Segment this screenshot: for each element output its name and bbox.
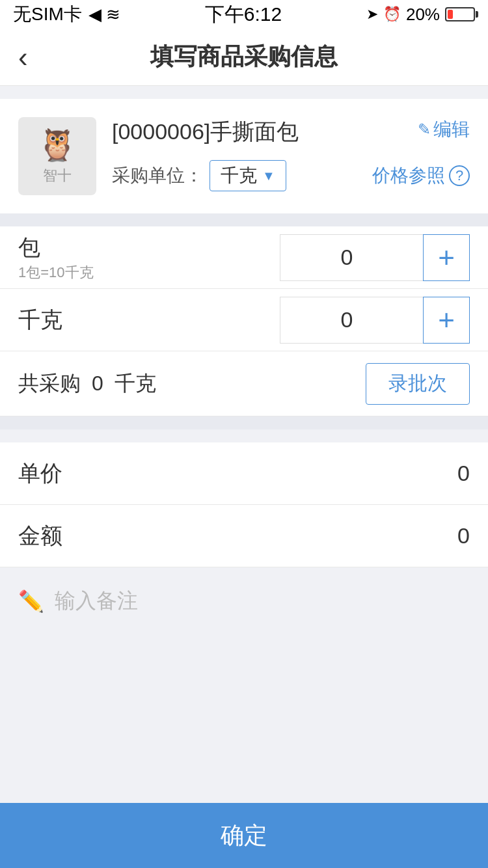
bag-label-group: 包 1包=10千克 (18, 233, 96, 282)
amount-row: 金额 0 (0, 505, 488, 567)
kg-plus-button[interactable]: + (423, 297, 470, 344)
status-bar: 无SIM卡 ◀ ≋ 下午6:12 ➤ ⏰ 20% (0, 0, 488, 29)
bag-sub-label: 1包=10千克 (18, 263, 96, 282)
unit-price-value: 0 (457, 461, 470, 486)
owl-text: 智十 (43, 166, 72, 185)
sim-label: 无SIM卡 (13, 2, 82, 27)
kg-plus-icon: + (438, 304, 455, 336)
price-reference-button[interactable]: 价格参照 ? (372, 163, 470, 188)
summary-prefix: 共采购 (18, 372, 81, 395)
battery-percent: 20% (406, 5, 440, 25)
amount-label: 金额 (18, 521, 62, 551)
kg-input-wrapper: + (280, 297, 470, 344)
status-right: ➤ ⏰ 20% (366, 5, 475, 25)
page-title: 填写商品采购信息 (150, 41, 338, 73)
nav-bar: ‹ 填写商品采购信息 (0, 29, 488, 86)
kg-quantity-input[interactable] (280, 297, 423, 344)
unit-price-label: 单价 (18, 459, 62, 489)
unit-select[interactable]: 千克 ▼ (210, 160, 286, 191)
amount-value: 0 (457, 523, 470, 549)
edit-button[interactable]: ✎ 编辑 (418, 117, 470, 142)
confirm-button[interactable]: 确定 (0, 803, 488, 868)
status-time: 下午6:12 (205, 1, 282, 28)
product-name: [0000006]手撕面包 (112, 117, 299, 147)
bag-input-row: 包 1包=10千克 + (0, 226, 488, 289)
back-button[interactable]: ‹ (18, 43, 28, 72)
bag-input-wrapper: + (280, 234, 470, 281)
help-icon: ? (449, 165, 470, 186)
unit-price-row: 单价 0 (0, 442, 488, 505)
divider-1 (0, 213, 488, 226)
notes-placeholder: 输入备注 (55, 587, 138, 616)
summary-text-group: 共采购 0 千克 (18, 370, 156, 398)
wifi-icon: ◀ ≋ (88, 5, 120, 25)
batch-button[interactable]: 录批次 (366, 363, 470, 405)
price-section: 单价 0 金额 0 (0, 442, 488, 567)
kg-label: 千克 (18, 305, 96, 335)
location-icon: ➤ (366, 6, 378, 23)
kg-label-group: 千克 (18, 305, 96, 335)
edit-label: 编辑 (433, 117, 470, 142)
product-unit-row: 采购单位： 千克 ▼ 价格参照 ? (112, 160, 470, 191)
price-ref-label: 价格参照 (372, 163, 445, 188)
summary-amount: 0 (92, 372, 103, 395)
dropdown-icon: ▼ (262, 169, 275, 183)
status-left: 无SIM卡 ◀ ≋ (13, 2, 120, 27)
batch-label: 录批次 (388, 370, 447, 397)
unit-label: 采购单位： (112, 163, 203, 188)
kg-input-row: 千克 + (0, 289, 488, 351)
divider-2 (0, 416, 488, 429)
product-card: 🦉 智十 [0000006]手撕面包 ✎ 编辑 采购单位： 千克 ▼ (0, 99, 488, 213)
bag-label: 包 (18, 233, 96, 263)
product-header: [0000006]手撕面包 ✎ 编辑 (112, 117, 470, 147)
bag-plus-button[interactable]: + (423, 234, 470, 281)
input-section: 包 1包=10千克 + 千克 + (0, 226, 488, 416)
product-image: 🦉 智十 (18, 117, 96, 195)
summary-unit: 千克 (115, 372, 156, 395)
pencil-icon: ✏️ (18, 589, 44, 614)
edit-icon: ✎ (418, 120, 431, 139)
owl-icon: 🦉 (38, 127, 77, 163)
summary-row: 共采购 0 千克 录批次 (0, 351, 488, 416)
bag-quantity-input[interactable] (280, 234, 423, 281)
product-info: [0000006]手撕面包 ✎ 编辑 采购单位： 千克 ▼ 价格参照 ? (112, 117, 470, 191)
notes-section[interactable]: ✏️ 输入备注 (0, 569, 488, 634)
unit-selector-group: 采购单位： 千克 ▼ (112, 160, 286, 191)
plus-icon: + (438, 241, 455, 274)
unit-value: 千克 (221, 163, 257, 188)
confirm-label: 确定 (221, 820, 267, 852)
alarm-icon: ⏰ (383, 6, 401, 23)
battery-indicator (445, 7, 475, 21)
